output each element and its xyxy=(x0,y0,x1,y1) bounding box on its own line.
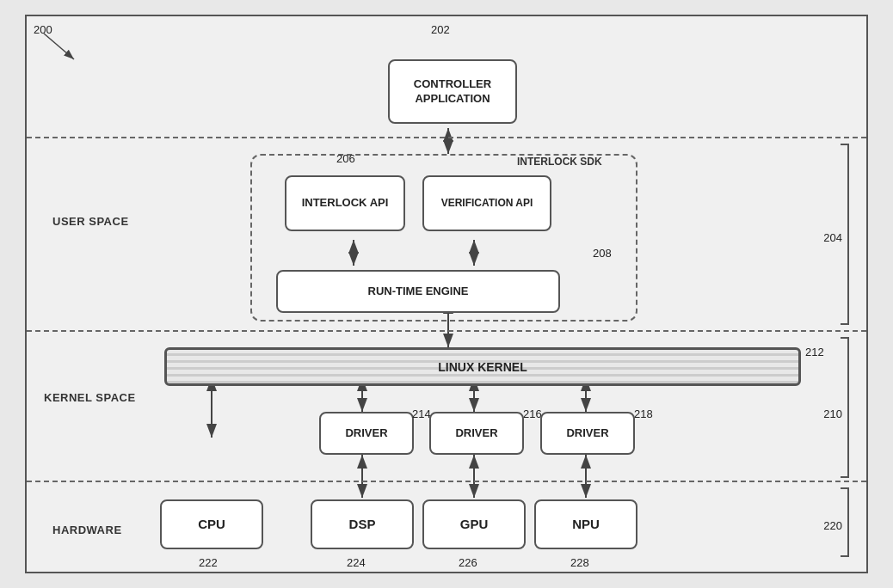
runtime-engine-box: RUN-TIME ENGINE xyxy=(276,270,560,313)
ref-214: 214 xyxy=(412,407,431,420)
user-space-label: USER SPACE xyxy=(52,214,129,230)
svg-line-13 xyxy=(44,34,74,59)
ref-228: 228 xyxy=(570,556,589,569)
bracket-220-top xyxy=(841,487,849,489)
ref-220: 220 xyxy=(823,519,842,532)
interlock-sdk-label: INTERLOCK SDK xyxy=(517,156,602,168)
ref-206: 206 xyxy=(336,152,355,165)
diagram-container: 200 202 USER SPACE KERNEL SPACE HARDWARE… xyxy=(25,15,868,573)
cpu-box: CPU xyxy=(160,499,263,549)
driver1-box: DRIVER xyxy=(319,412,414,455)
bracket-220 xyxy=(847,487,849,556)
bracket-204-top xyxy=(841,144,849,145)
bracket-210-bottom xyxy=(841,476,849,478)
bracket-204-bottom xyxy=(841,323,849,325)
npu-box: NPU xyxy=(534,499,637,549)
driver2-box: DRIVER xyxy=(429,412,524,455)
ref-216: 216 xyxy=(523,407,542,420)
ref-204: 204 xyxy=(823,231,842,244)
kernel-space-label: KERNEL SPACE xyxy=(44,390,136,406)
ref-200-arrow xyxy=(40,29,83,64)
dsp-box: DSP xyxy=(311,499,414,549)
ref-210: 210 xyxy=(823,407,842,420)
bracket-210 xyxy=(847,337,849,477)
verification-api-box: VERIFICATION API xyxy=(422,175,551,231)
user-space-top-line xyxy=(27,137,866,138)
ref-208: 208 xyxy=(593,247,612,260)
kernel-space-bottom-line xyxy=(27,481,866,482)
controller-app-box: CONTROLLER APPLICATION xyxy=(388,59,517,124)
gpu-box: GPU xyxy=(422,499,526,549)
bracket-204 xyxy=(847,144,849,324)
ref-224: 224 xyxy=(347,556,366,569)
ref-222: 222 xyxy=(199,556,218,569)
ref-202: 202 xyxy=(431,23,450,36)
hardware-label: HARDWARE xyxy=(52,524,122,536)
ref-218: 218 xyxy=(634,407,653,420)
user-space-bottom-line xyxy=(27,330,866,332)
linux-kernel-box: LINUX KERNEL xyxy=(164,347,801,386)
ref-212: 212 xyxy=(805,346,824,358)
driver3-box: DRIVER xyxy=(540,412,635,455)
interlock-api-box: INTERLOCK API xyxy=(285,175,405,231)
bracket-210-top xyxy=(841,337,849,339)
ref-226: 226 xyxy=(459,556,477,569)
bracket-220-bottom xyxy=(841,555,849,557)
